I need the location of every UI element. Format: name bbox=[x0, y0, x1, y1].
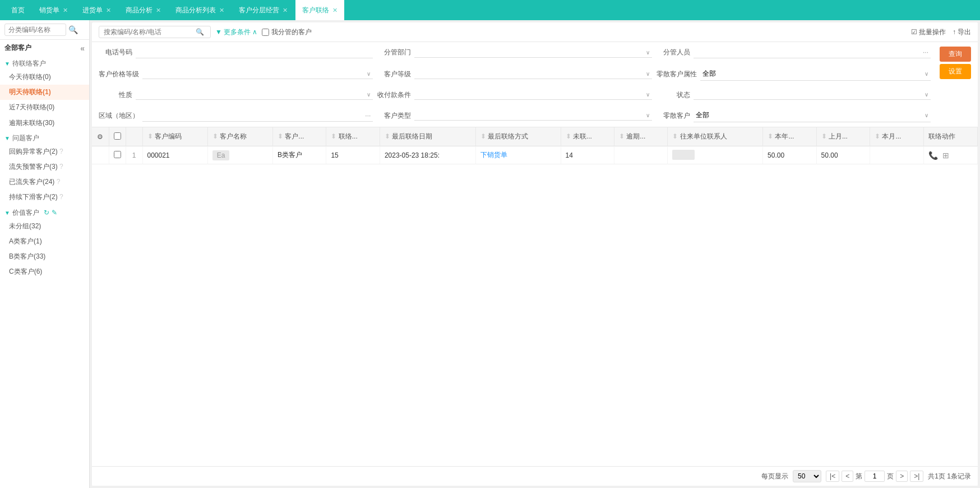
chevron-down-icon-8: ∨ bbox=[646, 112, 650, 118]
sidebar-item-7days-contact[interactable]: 近7天待联络(0) bbox=[0, 100, 89, 115]
filter-price-level-select[interactable]: ∨ bbox=[142, 69, 373, 79]
refresh-icon[interactable]: ↻ bbox=[44, 209, 49, 217]
group-pending-contact[interactable]: ▼ 待联络客户 bbox=[0, 56, 89, 70]
grid-icon[interactable]: ⊞ bbox=[942, 151, 949, 160]
sidebar-item-today-contact[interactable]: 今天待联络(0) bbox=[0, 70, 89, 85]
bulk-operation-btn[interactable]: ☑ 批量操作 bbox=[911, 27, 946, 37]
my-customers-toggle[interactable]: 我分管的客户 bbox=[262, 27, 312, 37]
filter-customer-type-select[interactable]: ∨ bbox=[414, 111, 651, 121]
footer: 每页显示 50 100 200 |< < 第 页 > >| 共1页 1条记录 bbox=[92, 466, 978, 486]
dots-icon[interactable]: ··· bbox=[923, 48, 928, 56]
sidebar-item-b-class[interactable]: B类客户(33) bbox=[0, 249, 89, 264]
filter-row-2: 客户价格等级 ∨ 客户等级 ∨ bbox=[99, 67, 931, 81]
sort-icon-2: ⬍ bbox=[212, 132, 218, 140]
sort-icon: ⬍ bbox=[147, 132, 153, 140]
sidebar-item-repurchase-abnormal[interactable]: 回购异常客户(2) ? bbox=[0, 144, 89, 159]
nav-purchase-order[interactable]: 进货单 ✕ bbox=[76, 0, 118, 20]
sidebar-item-declining[interactable]: 持续下滑客户(2) ? bbox=[0, 190, 89, 205]
sidebar-item-overdue-contact[interactable]: 逾期未联络(30) bbox=[0, 116, 89, 131]
filter-manager-select[interactable]: ··· bbox=[694, 47, 931, 58]
nav-sales-order[interactable]: 销货单 ✕ bbox=[33, 0, 75, 20]
nav-customer-contact[interactable]: 客户联络 ✕ bbox=[295, 0, 344, 20]
sidebar-item-c-class[interactable]: C类客户(6) bbox=[0, 264, 89, 279]
filter-nature-select[interactable]: ∨ bbox=[136, 90, 373, 100]
filter-retail-attr-select[interactable]: 全部 ∨ bbox=[700, 67, 931, 81]
td-last-month: 50.00 bbox=[816, 146, 870, 164]
row-checkbox[interactable] bbox=[114, 151, 121, 158]
phone-icon[interactable]: 📞 bbox=[928, 151, 938, 160]
search-bar: 🔍 bbox=[99, 26, 211, 38]
nav-product-analysis[interactable]: 商品分析 ✕ bbox=[119, 0, 168, 20]
nav-customer-segmentation[interactable]: 客户分层经营 ✕ bbox=[232, 0, 294, 20]
last-contact-method-link[interactable]: 下销货单 bbox=[480, 151, 507, 159]
sidebar-item-churned[interactable]: 已流失客户(24) ? bbox=[0, 174, 89, 190]
search-input[interactable] bbox=[104, 28, 193, 36]
sidebar-item-ungrouped[interactable]: 未分组(32) bbox=[0, 219, 89, 234]
more-conditions-btn[interactable]: ▼ 更多条件 ∧ bbox=[215, 27, 257, 37]
sidebar-search-input[interactable] bbox=[4, 24, 66, 36]
collapse-icon[interactable]: « bbox=[80, 44, 85, 53]
group-problem-customers[interactable]: ▼ 问题客户 bbox=[0, 131, 89, 144]
edit-icon[interactable]: ✎ bbox=[52, 209, 57, 217]
filter-retail-customer: 零散客户 全部 ∨ bbox=[657, 109, 931, 122]
prev-page-btn[interactable]: < bbox=[842, 471, 853, 482]
first-page-btn[interactable]: |< bbox=[826, 471, 839, 482]
filter-price-level-label: 客户价格等级 bbox=[99, 70, 139, 79]
filter-customer-level: 客户等级 ∨ bbox=[377, 69, 651, 79]
search-icon[interactable]: 🔍 bbox=[196, 28, 204, 36]
sidebar-item-churn-warning[interactable]: 流失预警客户(3) ? bbox=[0, 159, 89, 174]
filter-manager-label: 分管人员 bbox=[657, 48, 690, 57]
page-input[interactable] bbox=[865, 471, 885, 482]
close-purchase-order-icon[interactable]: ✕ bbox=[106, 7, 111, 14]
sidebar-search-icon[interactable]: 🔍 bbox=[68, 25, 78, 34]
content-area: 🔍 ▼ 更多条件 ∧ 我分管的客户 ☑ 批量操作 ↑ 导出 bbox=[92, 22, 978, 486]
top-navigation: 首页 销货单 ✕ 进货单 ✕ 商品分析 ✕ 商品分析列表 ✕ 客户分层经营 ✕ … bbox=[0, 0, 980, 20]
nav-product-analysis-list[interactable]: 商品分析列表 ✕ bbox=[169, 0, 231, 20]
filter-dept-select[interactable]: ∨ bbox=[414, 48, 651, 58]
filter-region-select[interactable]: ··· bbox=[142, 110, 373, 122]
select-all-checkbox[interactable] bbox=[114, 132, 121, 140]
filter-phone: 电话号码 bbox=[99, 47, 373, 58]
td-action: 📞 ⊞ bbox=[923, 146, 977, 164]
group-value-customers[interactable]: ▼ 价值客户 ↻ ✎ bbox=[0, 205, 89, 219]
triangle-icon-3: ▼ bbox=[4, 210, 10, 216]
filter-dept-label: 分管部门 bbox=[377, 48, 411, 57]
nav-home[interactable]: 首页 bbox=[4, 0, 31, 20]
per-page-select[interactable]: 50 100 200 bbox=[793, 470, 821, 482]
filter-customer-level-select[interactable]: ∨ bbox=[414, 69, 651, 79]
filter-phone-input[interactable] bbox=[136, 47, 373, 58]
filter-icon: ▼ bbox=[215, 28, 222, 36]
last-page-btn[interactable]: >| bbox=[910, 471, 923, 482]
triangle-icon: ▼ bbox=[4, 61, 10, 67]
filter-nature: 性质 ∨ bbox=[99, 90, 373, 100]
query-button[interactable]: 查询 bbox=[940, 47, 971, 62]
gear-icon[interactable]: ⚙ bbox=[97, 133, 103, 141]
sidebar-item-tomorrow-contact[interactable]: 明天待联络(1) bbox=[0, 85, 89, 100]
chevron-down-icon-3: ∨ bbox=[646, 71, 650, 77]
close-customer-contact-icon[interactable]: ✕ bbox=[332, 7, 338, 14]
chevron-down-icon-9: ∨ bbox=[924, 112, 928, 118]
set-button[interactable]: 设置 bbox=[940, 64, 971, 79]
chevron-down-icon-7: ∨ bbox=[924, 91, 928, 98]
th-last-contact-date: ⬍ 最后联络日期 bbox=[380, 127, 475, 146]
th-category: ⬍ 客户... bbox=[272, 127, 326, 146]
sort-icon-3: ⬍ bbox=[278, 132, 283, 140]
close-customer-segmentation-icon[interactable]: ✕ bbox=[283, 7, 288, 14]
filter-status-select[interactable]: ∨ bbox=[694, 90, 931, 100]
filter-price-level: 客户价格等级 ∨ bbox=[99, 69, 373, 79]
toolbar: 🔍 ▼ 更多条件 ∧ 我分管的客户 ☑ 批量操作 ↑ 导出 bbox=[92, 22, 978, 42]
td-customer-code: 000021 bbox=[142, 146, 207, 164]
next-page-btn[interactable]: > bbox=[896, 471, 908, 482]
close-product-analysis-list-icon[interactable]: ✕ bbox=[219, 7, 224, 14]
filter-btn-group: 查询 设置 bbox=[940, 47, 971, 79]
sidebar-item-a-class[interactable]: A类客户(1) bbox=[0, 234, 89, 249]
filter-retail-customer-select[interactable]: 全部 ∨ bbox=[694, 109, 931, 122]
close-product-analysis-icon[interactable]: ✕ bbox=[156, 7, 161, 14]
table-area: ⚙ ⬍ 客户编码 ⬍ 客户名称 ⬍ 客户... bbox=[92, 127, 978, 466]
dots-icon-2[interactable]: ··· bbox=[365, 112, 371, 119]
filter-payment-select[interactable]: ∨ bbox=[414, 90, 651, 100]
close-sales-order-icon[interactable]: ✕ bbox=[63, 7, 68, 14]
export-btn[interactable]: ↑ 导出 bbox=[953, 27, 971, 37]
my-customers-checkbox[interactable] bbox=[262, 29, 269, 36]
all-customers-header[interactable]: 全部客户 « bbox=[0, 40, 89, 56]
